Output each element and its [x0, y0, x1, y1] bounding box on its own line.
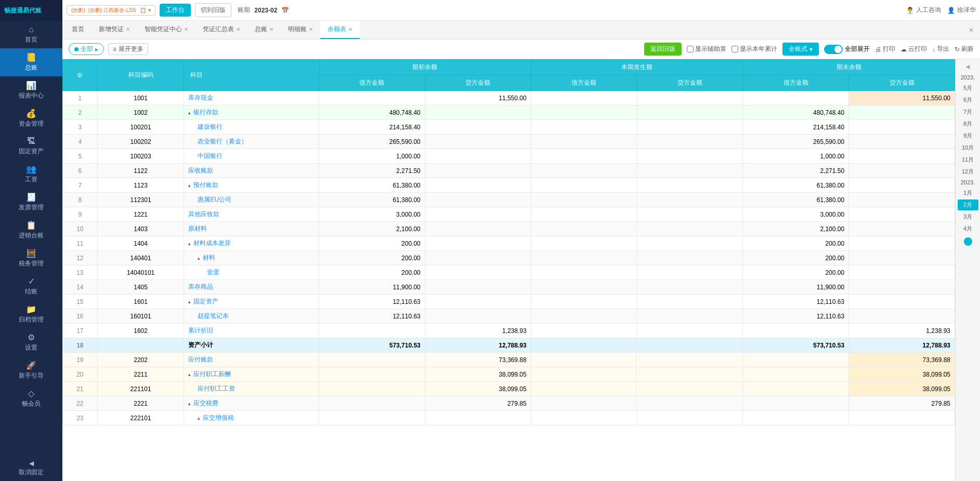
- month-3[interactable]: 3月: [958, 211, 978, 222]
- account-link[interactable]: 应交增值税: [203, 414, 234, 421]
- tab-close-ledger[interactable]: ✕: [269, 26, 273, 32]
- tab-ledger[interactable]: 总账 ✕: [247, 21, 281, 39]
- account-link[interactable]: 应交税费: [193, 399, 218, 407]
- month-2[interactable]: 2月: [958, 199, 978, 210]
- row-name[interactable]: ▴ 应交税费: [184, 396, 319, 411]
- account-link[interactable]: 材料: [203, 254, 215, 261]
- row-name[interactable]: ▴ 预付账款: [184, 178, 319, 193]
- account-link[interactable]: 预付账款: [193, 181, 218, 189]
- tab-voucher-summary[interactable]: 凭证汇总表 ✕: [195, 21, 247, 39]
- tab-balance[interactable]: 余额表 ✕: [320, 21, 360, 39]
- account-link[interactable]: 固定资产: [193, 298, 218, 305]
- ytd-checkbox[interactable]: [731, 46, 738, 52]
- expand-row-icon[interactable]: ▴: [188, 401, 192, 406]
- row-name[interactable]: ▴ 应付职工薪酬: [184, 367, 319, 382]
- expand-row-icon[interactable]: ▴: [188, 299, 192, 304]
- tab-close-detail[interactable]: ✕: [309, 26, 313, 32]
- account-link[interactable]: 库存商品: [188, 283, 213, 290]
- account-link[interactable]: 中国银行: [198, 152, 223, 159]
- month-12[interactable]: 12月: [958, 166, 978, 177]
- auxiliary-checkbox[interactable]: [687, 46, 694, 52]
- row-name[interactable]: 中国银行: [184, 149, 319, 164]
- row-name[interactable]: ▴ 固定资产: [184, 295, 319, 309]
- account-link[interactable]: 银行存款: [193, 109, 218, 116]
- tab-home[interactable]: 首页: [64, 21, 92, 39]
- expand-row-icon[interactable]: ▴: [188, 183, 192, 188]
- tab-close-smart-check[interactable]: ✕: [184, 26, 188, 32]
- tab-close-new-voucher[interactable]: ✕: [126, 26, 130, 32]
- account-link[interactable]: 应收账款: [188, 167, 213, 174]
- balance-table-container[interactable]: ⚙ 科目编码 科目 期初余额 本期发生额 期末余额 借方金额 贷方金额 借方金额…: [62, 59, 955, 481]
- month-7[interactable]: 7月: [958, 106, 978, 117]
- account-link[interactable]: 建设银行: [198, 123, 223, 130]
- sidebar-item-invoice[interactable]: 🧾 发票管理: [0, 188, 62, 216]
- row-name[interactable]: 赵提笔记本: [184, 309, 319, 324]
- switch-version-button[interactable]: 切到旧版: [195, 3, 231, 17]
- cloud-print-action[interactable]: ☁ 云打印: [900, 45, 927, 54]
- ytd-label[interactable]: 显示本年累计: [731, 45, 777, 54]
- month-10[interactable]: 10月: [958, 142, 978, 153]
- sidebar-item-capital[interactable]: 💰 资金管理: [0, 104, 62, 132]
- row-name[interactable]: 其他应收款: [184, 207, 319, 222]
- month-1[interactable]: 1月: [958, 188, 978, 198]
- row-name[interactable]: 原材料: [184, 222, 319, 236]
- expand-row-icon[interactable]: ▴: [198, 256, 202, 261]
- filter-all-button[interactable]: 全部 ▸: [69, 43, 104, 55]
- sidebar-item-home[interactable]: ⌂ 首页: [0, 21, 62, 48]
- sidebar-item-settlement[interactable]: ✓ 结账: [0, 272, 62, 300]
- account-link[interactable]: 惠属EU公司: [198, 196, 231, 203]
- account-link[interactable]: 应付账款: [188, 356, 213, 363]
- return-old-button[interactable]: 返回旧版: [644, 43, 682, 56]
- account-link[interactable]: 材料成本差异: [193, 239, 231, 247]
- account-link[interactable]: 累计折旧: [188, 327, 213, 334]
- expand-all-toggle[interactable]: 全部展开: [824, 45, 870, 54]
- calendar-icon[interactable]: 📅: [281, 7, 289, 14]
- row-name[interactable]: 库存商品: [184, 280, 319, 295]
- row-name[interactable]: ▴ 材料: [184, 251, 319, 265]
- sidebar-item-fixed-assets[interactable]: 🏗 固定资产: [0, 132, 62, 160]
- tab-smart-check[interactable]: 智能凭证中心 ✕: [137, 21, 195, 39]
- month-4[interactable]: 4月: [958, 223, 978, 234]
- row-name[interactable]: 惠属EU公司: [184, 193, 319, 207]
- row-name[interactable]: 应付职工工资: [184, 382, 319, 396]
- account-link[interactable]: 应付职工工资: [198, 385, 235, 392]
- tab-detail[interactable]: 明细账 ✕: [281, 21, 320, 39]
- company-selector[interactable]: (勿删) (勿删) 江西股金-LSS 📋 ▾: [67, 5, 155, 16]
- consult-button[interactable]: 👨‍💼 人工咨询: [906, 6, 941, 15]
- account-link[interactable]: 壹蛋: [207, 269, 219, 276]
- row-name[interactable]: 库存现金: [184, 91, 319, 105]
- row-name[interactable]: ▴ 材料成本差异: [184, 236, 319, 251]
- account-link[interactable]: 农业银行（黄金）: [198, 138, 247, 145]
- month-5[interactable]: 5月: [958, 83, 978, 93]
- month-11[interactable]: 11月: [958, 154, 978, 165]
- sidebar-item-guide[interactable]: 🚀 新手引导: [0, 356, 62, 384]
- print-action[interactable]: 🖨 打印: [875, 45, 895, 54]
- export-action[interactable]: ↓ 导出: [932, 45, 949, 54]
- row-name[interactable]: ▴ 银行存款: [184, 105, 319, 120]
- row-name[interactable]: 建设银行: [184, 120, 319, 135]
- sidebar-item-member[interactable]: ◇ 畅会员: [0, 384, 62, 412]
- sidebar-item-settings[interactable]: ⚙ 设置: [0, 328, 62, 356]
- user-profile[interactable]: 👤 徐泽华: [947, 6, 976, 15]
- row-name[interactable]: 应付账款: [184, 353, 319, 367]
- expand-more-button[interactable]: ≡ 展开更多: [108, 43, 148, 55]
- account-link[interactable]: 应付职工薪酬: [193, 370, 231, 378]
- expand-row-icon[interactable]: ▴: [188, 110, 192, 115]
- row-name[interactable]: 应收账款: [184, 164, 319, 178]
- expand-row-icon[interactable]: ▴: [188, 241, 192, 246]
- sidebar-item-archive[interactable]: 📁 归档管理: [0, 300, 62, 328]
- month-8[interactable]: 8月: [958, 118, 978, 129]
- account-link[interactable]: 赵提笔记本: [198, 312, 229, 319]
- expand-all-switch[interactable]: [824, 45, 843, 54]
- account-link[interactable]: 其他应收款: [188, 210, 219, 218]
- tab-close-balance[interactable]: ✕: [348, 26, 352, 32]
- month-6[interactable]: 6月: [958, 95, 978, 105]
- month-9[interactable]: 9月: [958, 130, 978, 141]
- settings-col-header[interactable]: ⚙: [63, 60, 98, 91]
- row-name[interactable]: ▴ 应交增值税: [184, 411, 319, 425]
- tab-close-voucher-summary[interactable]: ✕: [236, 26, 240, 32]
- account-link[interactable]: 库存现金: [188, 94, 213, 101]
- sidebar-item-ledger[interactable]: 📒 总账: [0, 48, 62, 76]
- row-name[interactable]: 累计折旧: [184, 324, 319, 338]
- expand-row-icon[interactable]: ▴: [198, 416, 202, 421]
